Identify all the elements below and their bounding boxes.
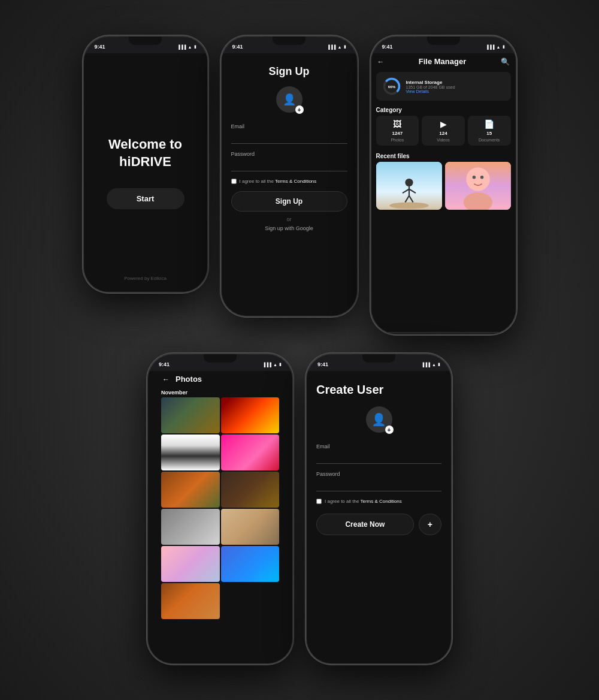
signup-button[interactable]: Sign Up xyxy=(231,191,347,212)
recent-file-2[interactable] xyxy=(445,162,511,210)
photo-spices[interactable] xyxy=(161,472,220,508)
recent-files xyxy=(371,162,516,210)
recent-file-1[interactable] xyxy=(376,162,442,210)
svg-text:66%: 66% xyxy=(388,85,395,89)
photo-food[interactable] xyxy=(161,583,220,619)
terms-text: I agree to all the Terms & Conditions xyxy=(240,179,317,184)
status-time: 9:41 xyxy=(95,44,105,50)
fm-nav: ⌂ ◑ ◻ ⚙ xyxy=(371,332,516,335)
photo-cabin[interactable] xyxy=(161,397,220,433)
photos-count: 1247 xyxy=(392,131,403,136)
terms-checkbox[interactable] xyxy=(316,499,322,504)
plus-button[interactable]: + xyxy=(419,514,441,535)
terms-checkbox[interactable] xyxy=(231,179,237,184)
category-photos[interactable]: 🖼 1247 Photos xyxy=(376,116,419,146)
top-row: 9:41 ▐▐▐ ▲ ▮ Welcome to hiDRIVE Start Po… xyxy=(83,35,517,335)
category-row: 🖼 1247 Photos ▶ 124 Videos 📄 15 Document… xyxy=(371,116,516,149)
notch xyxy=(352,354,406,367)
storage-info: Internal Storage 1351 GB of 2048 GB used… xyxy=(406,80,455,93)
password-field: Password xyxy=(316,471,441,491)
photo-pink[interactable] xyxy=(221,435,280,470)
back-icon[interactable]: ← xyxy=(162,375,170,384)
svg-point-4 xyxy=(389,203,429,209)
status-time: 9:41 xyxy=(159,361,170,367)
battery-icon: ▮ xyxy=(279,362,282,367)
email-input[interactable] xyxy=(316,452,441,464)
month-label: November xyxy=(156,387,284,397)
phone-welcome: 9:41 ▐▐▐ ▲ ▮ Welcome to hiDRIVE Start Po… xyxy=(83,35,208,293)
phone-photos: 9:41 ▐▐▐ ▲ ▮ ← Photos November xyxy=(147,353,294,665)
terms-row: I agree to all the Terms & Conditions xyxy=(231,179,347,184)
storage-used: 1351 GB of 2048 GB used xyxy=(406,85,455,89)
status-icons: ▐▐▐ ▲ ▮ xyxy=(327,44,346,49)
notch xyxy=(262,37,316,50)
search-icon[interactable]: 🔍 xyxy=(501,58,510,66)
email-field: Email xyxy=(316,443,441,464)
avatar-add[interactable]: 👤 + xyxy=(276,86,302,113)
password-field: Password xyxy=(231,151,347,171)
battery-icon: ▮ xyxy=(438,362,440,367)
status-icons: ▐▐▐ ▲ ▮ xyxy=(262,362,282,367)
terms-link[interactable]: Terms & Conditions xyxy=(360,499,401,504)
status-time: 9:41 xyxy=(232,44,243,50)
create-now-button[interactable]: Create Now xyxy=(316,514,414,535)
status-time: 9:41 xyxy=(382,44,393,50)
terms-row: I agree to all the Terms & Conditions xyxy=(316,499,441,504)
google-signin-text[interactable]: Sign up with Google xyxy=(265,225,313,231)
svg-point-15 xyxy=(480,176,483,179)
phone-createuser: 9:41 ▐▐▐ ▲ ▮ Create User 👤 + Email Passw… xyxy=(305,353,452,665)
photos-screen: ← Photos November xyxy=(148,371,292,665)
terms-link[interactable]: Terms & Conditions xyxy=(275,179,316,184)
filemanager-screen: ← File Manager 🔍 66% Internal Storage 13… xyxy=(371,53,516,335)
notch xyxy=(119,37,173,50)
plus-badge: + xyxy=(295,105,304,114)
status-icons: ▐▐▐ ▲ ▮ xyxy=(177,44,196,49)
password-label: Password xyxy=(231,151,347,157)
signal-icon: ▐▐▐ xyxy=(177,45,186,49)
email-field: Email xyxy=(231,123,347,144)
category-videos[interactable]: ▶ 124 Videos xyxy=(422,116,465,146)
docs-count: 15 xyxy=(486,131,492,136)
photo-stripe[interactable] xyxy=(161,435,220,470)
svg-point-5 xyxy=(405,179,413,186)
email-input[interactable] xyxy=(231,132,347,144)
password-input[interactable] xyxy=(231,159,347,171)
photo-cat[interactable] xyxy=(161,509,220,545)
welcome-content: Welcome to hiDRIVE Start xyxy=(92,53,199,292)
photos-grid xyxy=(156,397,284,619)
start-button[interactable]: Start xyxy=(107,188,184,209)
category-docs[interactable]: 📄 15 Documents xyxy=(468,116,511,146)
signal-icon: ▐▐▐ xyxy=(486,45,495,49)
createuser-title: Create User xyxy=(316,383,383,397)
notch xyxy=(193,354,247,367)
wifi-icon: ▲ xyxy=(188,45,192,49)
email-label: Email xyxy=(231,123,347,129)
videos-label: Videos xyxy=(437,138,449,142)
password-label: Password xyxy=(316,471,441,477)
photo-baby[interactable] xyxy=(161,546,220,582)
plus-badge: + xyxy=(385,426,394,434)
back-icon[interactable]: ← xyxy=(377,58,385,66)
avatar-add[interactable]: 👤 + xyxy=(366,406,392,433)
welcome-title: Welcome to hiDRIVE xyxy=(104,136,187,170)
fm-header: ← File Manager 🔍 xyxy=(371,53,516,70)
signal-icon: ▐▐▐ xyxy=(327,45,336,49)
createuser-screen: Create User 👤 + Email Password I agree t… xyxy=(307,371,451,665)
photo-hands[interactable] xyxy=(221,509,280,545)
fm-title: File Manager xyxy=(419,57,466,66)
phone-filemanager: 9:41 ▐▐▐ ▲ ▮ ← File Manager 🔍 66% In xyxy=(370,35,517,335)
password-input[interactable] xyxy=(316,479,441,491)
user-icon: 👤 xyxy=(371,412,386,427)
wifi-icon: ▲ xyxy=(497,45,501,49)
bottom-row: 9:41 ▐▐▐ ▲ ▮ ← Photos November xyxy=(147,353,452,665)
signup-screen: Sign Up 👤 + Email Password I agree to al… xyxy=(222,53,357,317)
photos-icon: 🖼 xyxy=(393,119,401,129)
storage-link[interactable]: View Details xyxy=(406,89,455,93)
photo-fire[interactable] xyxy=(221,397,280,433)
user-icon: 👤 xyxy=(283,93,296,106)
wifi-icon: ▲ xyxy=(338,45,342,49)
photo-blue[interactable] xyxy=(221,546,280,582)
photo-wood[interactable] xyxy=(221,472,280,508)
videos-count: 124 xyxy=(439,131,447,136)
storage-donut: 66% xyxy=(382,77,401,96)
